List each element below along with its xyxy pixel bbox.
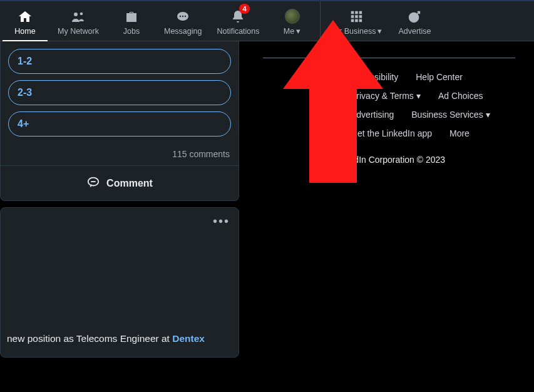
svg-rect-10 (355, 15, 358, 18)
svg-rect-13 (355, 19, 358, 23)
nav-messaging[interactable]: Messaging (157, 1, 209, 41)
poll-options: 1-2 2-3 4+ (1, 41, 239, 143)
network-icon (71, 9, 86, 24)
engagement-row: 115 comments (1, 143, 239, 159)
poll-option[interactable]: 2-3 (8, 80, 231, 105)
messaging-icon (175, 9, 190, 24)
poll-card: 1-2 2-3 4+ 115 comments Comment (0, 41, 239, 201)
poll-option-label: 4+ (18, 118, 29, 130)
feed-column: 1-2 2-3 4+ 115 comments Comment ••• new … (0, 41, 239, 392)
svg-rect-11 (359, 15, 362, 18)
footer-links: Accessibility Help Center Privacy & Term… (250, 72, 528, 138)
company-link[interactable]: Dentex (172, 333, 205, 344)
svg-rect-12 (351, 19, 354, 23)
nav-network-label: My Network (58, 27, 99, 36)
comment-icon (86, 175, 100, 192)
comments-count[interactable]: 115 comments (172, 149, 230, 159)
svg-point-4 (182, 15, 183, 16)
svg-point-1 (80, 12, 83, 15)
poll-option[interactable]: 4+ (8, 111, 231, 137)
nav-network[interactable]: My Network (50, 1, 106, 41)
top-nav: Home My Network Jobs Messaging 4 Notific… (0, 0, 534, 41)
svg-point-16 (413, 16, 416, 19)
avatar (285, 9, 300, 24)
nav-divider (320, 1, 321, 41)
nav-notifications[interactable]: 4 Notifications (209, 1, 267, 41)
caret-down-icon: ▾ (416, 91, 421, 101)
nav-advertise[interactable]: Advertise (389, 1, 439, 41)
footer-column: Accessibility Help Center Privacy & Term… (250, 41, 528, 165)
footer-help[interactable]: Help Center (416, 72, 463, 82)
svg-point-3 (180, 15, 181, 16)
post-card: ••• new position as Telecoms Engineer at… (0, 207, 239, 358)
svg-rect-9 (351, 15, 354, 18)
nav-business-label: For Business▾ (331, 26, 383, 36)
nav-jobs-label: Jobs (123, 27, 140, 36)
target-icon (407, 9, 422, 24)
footer-accessibility[interactable]: Accessibility (351, 72, 398, 82)
svg-rect-6 (351, 11, 354, 14)
footer-divider (263, 58, 515, 58)
svg-point-5 (185, 15, 186, 16)
nav-me-label: Me▾ (284, 26, 300, 36)
footer-ad-choices[interactable]: Ad Choices (438, 91, 483, 101)
post-menu-button[interactable]: ••• (213, 214, 230, 229)
caret-down-icon: ▾ (296, 27, 300, 36)
footer-business[interactable]: Business Services▾ (411, 110, 490, 120)
nav-home[interactable]: Home (0, 1, 50, 41)
notification-badge: 4 (239, 4, 249, 14)
grid-icon (349, 9, 364, 24)
footer-more[interactable]: More (449, 128, 470, 138)
nav-home-label: Home (14, 27, 35, 36)
caret-down-icon: ▾ (486, 110, 490, 120)
footer-copyright: LinkedIn Corporation © 2023 (250, 155, 528, 165)
nav-messaging-label: Messaging (164, 27, 202, 36)
footer-app[interactable]: Get the LinkedIn app (351, 128, 432, 138)
nav-advertise-label: Advertise (398, 27, 431, 36)
post-body: new position as Telecoms Engineer at Den… (1, 333, 239, 344)
post-text: new position as Telecoms Engineer at (7, 333, 172, 344)
footer-advertising[interactable]: Advertising (351, 110, 394, 120)
svg-rect-14 (359, 19, 362, 23)
svg-rect-8 (359, 11, 362, 14)
poll-option-label: 1-2 (18, 56, 32, 67)
svg-point-0 (74, 13, 78, 16)
comment-button[interactable]: Comment (1, 165, 239, 200)
poll-option-label: 2-3 (18, 87, 32, 98)
jobs-icon (124, 9, 139, 24)
svg-rect-7 (355, 11, 358, 14)
nav-jobs[interactable]: Jobs (106, 1, 157, 41)
caret-down-icon: ▾ (377, 27, 382, 36)
comment-label: Comment (106, 178, 153, 189)
footer-privacy[interactable]: Privacy & Terms▾ (351, 91, 421, 101)
nav-business[interactable]: For Business▾ (323, 1, 390, 41)
nav-me[interactable]: Me▾ (267, 1, 317, 41)
home-icon (18, 9, 33, 24)
nav-notifications-label: Notifications (217, 27, 259, 36)
poll-option[interactable]: 1-2 (8, 49, 231, 74)
